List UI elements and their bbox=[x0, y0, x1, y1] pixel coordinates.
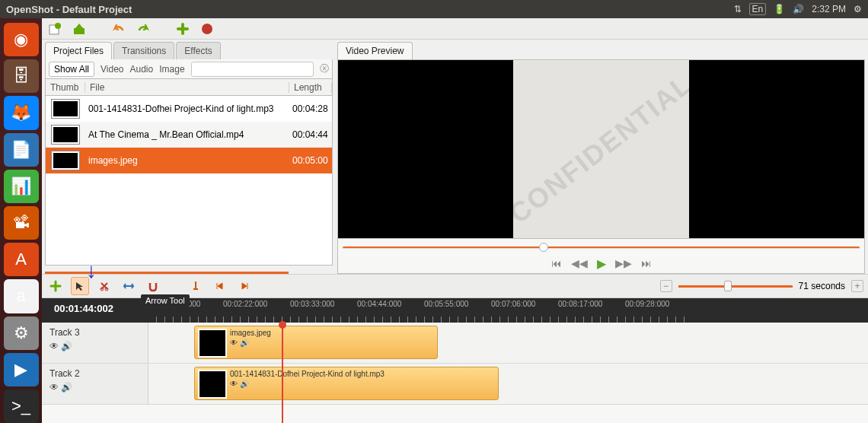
tab-effects[interactable]: Effects bbox=[176, 42, 220, 59]
ruler-mark: 00:08:17:000 bbox=[558, 300, 602, 308]
zoom-out-button[interactable]: − bbox=[660, 280, 672, 292]
ruler-mark: 00:03:33:000 bbox=[290, 300, 334, 308]
tab-project-files[interactable]: Project Files bbox=[45, 42, 112, 59]
ruler-mark: 00:07:06:000 bbox=[491, 300, 535, 308]
file-length: 00:04:44 bbox=[289, 129, 332, 140]
main-toolbar bbox=[42, 18, 868, 40]
filter-video[interactable]: Video bbox=[101, 64, 123, 75]
zoom-slider[interactable] bbox=[678, 285, 793, 288]
next-marker-button[interactable] bbox=[235, 277, 254, 295]
seek-slider[interactable] bbox=[343, 242, 860, 254]
launcher-amazon[interactable]: a bbox=[4, 279, 39, 313]
track: Track 3👁 🔊images.jpeg👁 🔊 bbox=[42, 323, 868, 364]
clip-name: 001-1414831-Dofhei Project-Kind of light… bbox=[230, 370, 385, 378]
prev-marker-button[interactable] bbox=[211, 277, 229, 295]
redo-button[interactable] bbox=[135, 21, 152, 37]
tooltip: Arrow Tool bbox=[141, 294, 190, 307]
file-name: At The Cinema _ Mr.Bean Official.mp4 bbox=[85, 129, 289, 140]
col-length[interactable]: Length bbox=[289, 82, 332, 93]
lang-indicator[interactable]: En bbox=[749, 3, 767, 15]
ruler-mark: 00:09:28:000 bbox=[625, 300, 669, 308]
watermark: CONFIDENTIAL bbox=[513, 68, 688, 231]
tab-transitions[interactable]: Transitions bbox=[113, 42, 174, 59]
marker-button[interactable] bbox=[187, 277, 205, 295]
clip-name: images.jpeg bbox=[230, 329, 271, 337]
ruler-mark: 00:04:44:000 bbox=[357, 300, 401, 308]
timeline: 00:01:44:002 00:01:11:00000:02:22:00000:… bbox=[42, 298, 868, 423]
track: Track 2👁 🔊001-1414831-Dofhei Project-Kin… bbox=[42, 364, 868, 405]
track-name: Track 2 bbox=[49, 368, 140, 379]
playhead-time: 00:01:44:002 bbox=[54, 303, 113, 314]
col-thumb[interactable]: Thumb bbox=[46, 82, 85, 93]
search-input[interactable] bbox=[191, 62, 314, 77]
filter-image[interactable]: Image bbox=[159, 64, 184, 75]
timeline-toolbar: Arrow Tool − 71 seconds + bbox=[42, 274, 868, 298]
launcher-software[interactable]: A bbox=[4, 243, 39, 276]
window-title: OpenShot - Default Project bbox=[6, 4, 132, 15]
filter-audio[interactable]: Audio bbox=[130, 64, 154, 75]
launcher-firefox[interactable]: 🦊 bbox=[4, 96, 39, 129]
launcher-impress[interactable]: 📽 bbox=[4, 206, 39, 240]
launcher-calc[interactable]: 📊 bbox=[4, 170, 39, 203]
snap-button[interactable] bbox=[144, 277, 162, 295]
tab-video-preview[interactable]: Video Preview bbox=[337, 42, 413, 59]
file-name: images.jpeg bbox=[85, 155, 289, 166]
svg-point-1 bbox=[55, 23, 61, 29]
sound-icon[interactable]: 🔊 bbox=[793, 4, 804, 14]
track-toggles[interactable]: 👁 🔊 bbox=[49, 341, 140, 351]
new-project-button[interactable] bbox=[46, 21, 63, 37]
clip[interactable]: 001-1414831-Dofhei Project-Kind of light… bbox=[194, 367, 499, 400]
resize-tool-button[interactable] bbox=[120, 277, 138, 295]
launcher-dash[interactable]: ◉ bbox=[4, 23, 39, 56]
jump-start-button[interactable]: ⏮ bbox=[551, 257, 562, 269]
save-button[interactable] bbox=[71, 21, 88, 37]
zoom-in-button[interactable]: + bbox=[851, 280, 863, 292]
step-back-button[interactable]: ◀◀ bbox=[571, 257, 588, 269]
launcher-terminal[interactable]: >_ bbox=[4, 390, 39, 423]
svg-point-3 bbox=[202, 24, 212, 34]
ruler-mark: 00:05:55:000 bbox=[424, 300, 468, 308]
show-all-button[interactable]: Show All bbox=[49, 62, 94, 77]
launcher: ◉🗄🦊📄📊📽Aa⚙▶>_ bbox=[0, 18, 42, 423]
file-name: 001-1414831-Dofhei Project-Kind of light… bbox=[85, 103, 289, 114]
launcher-media[interactable]: ▶ bbox=[4, 353, 39, 386]
playhead[interactable] bbox=[282, 323, 283, 423]
ruler-mark: 00:02:22:000 bbox=[223, 300, 267, 308]
zoom-label: 71 seconds bbox=[799, 281, 845, 291]
arrow-tool-button[interactable] bbox=[71, 277, 89, 295]
play-button[interactable]: ▶ bbox=[597, 256, 606, 271]
left-tabs: Project Files Transitions Effects bbox=[45, 40, 333, 59]
step-forward-button[interactable]: ▶▶ bbox=[615, 257, 632, 269]
col-file[interactable]: File bbox=[85, 82, 289, 93]
razor-tool-button[interactable] bbox=[95, 277, 113, 295]
gear-icon[interactable]: ⚙ bbox=[854, 4, 862, 14]
launcher-settings[interactable]: ⚙ bbox=[4, 316, 39, 350]
file-length: 00:04:28 bbox=[289, 103, 332, 114]
launcher-writer[interactable]: 📄 bbox=[4, 133, 39, 167]
launcher-files[interactable]: 🗄 bbox=[4, 59, 39, 93]
add-track-button[interactable] bbox=[46, 277, 65, 295]
network-icon[interactable]: ⇅ bbox=[734, 4, 742, 14]
video-preview: CONFIDENTIAL bbox=[337, 59, 865, 239]
track-toggles[interactable]: 👁 🔊 bbox=[49, 382, 140, 393]
file-row[interactable]: At The Cinema _ Mr.Bean Official.mp400:0… bbox=[46, 122, 332, 148]
undo-button[interactable] bbox=[110, 21, 127, 37]
svg-rect-2 bbox=[74, 28, 85, 34]
battery-icon[interactable]: 🔋 bbox=[774, 4, 785, 14]
file-list: 001-1414831-Dofhei Project-Kind of light… bbox=[45, 96, 333, 266]
file-row[interactable]: 001-1414831-Dofhei Project-Kind of light… bbox=[46, 96, 332, 122]
clock[interactable]: 2:32 PM bbox=[812, 4, 846, 14]
add-button[interactable] bbox=[174, 21, 191, 37]
record-button[interactable] bbox=[199, 21, 215, 37]
jump-end-button[interactable]: ⏭ bbox=[641, 257, 652, 269]
file-row[interactable]: images.jpeg00:05:00 bbox=[46, 148, 332, 173]
file-length: 00:05:00 bbox=[289, 155, 332, 166]
track-name: Track 3 bbox=[49, 327, 140, 338]
clip[interactable]: images.jpeg👁 🔊 bbox=[194, 326, 438, 359]
clear-search-icon[interactable]: ⓧ bbox=[320, 62, 329, 75]
